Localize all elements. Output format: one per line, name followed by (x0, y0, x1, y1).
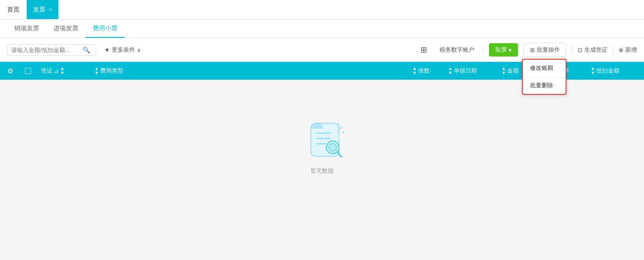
sub-tabs-bar: 销项发票 进项发票 费用小票 (0, 20, 644, 38)
invoice-tab[interactable]: 发票 × (27, 0, 58, 19)
chevron-down-icon: ▾ (509, 47, 512, 53)
batch-op-dropdown-container: ⊞ 批量操作 修改账期 批量删除 (523, 43, 567, 57)
amount-sort[interactable]: ▲▼ (501, 66, 506, 75)
generate-voucher-icon: ⊡ (578, 47, 583, 53)
count-sort[interactable]: ▲▼ (412, 66, 417, 75)
chevron-down-icon: ∨ (137, 47, 141, 53)
home-nav-item[interactable]: 首页 (0, 0, 27, 19)
batch-op-label: 批量操作 (537, 46, 560, 54)
qr-icon: ⊞ (420, 45, 427, 55)
th-expense-type[interactable]: ▲▼ 费用类型 (91, 66, 409, 75)
divider-3 (613, 45, 613, 54)
generate-voucher-button[interactable]: ⊡ 生成凭证 (578, 46, 607, 54)
search-icon[interactable]: 🔍 (82, 46, 90, 53)
empty-text: 暂无数据 (310, 167, 334, 175)
tax-account-button[interactable]: 税务数字账户 (436, 44, 478, 56)
tab-expense-ticket[interactable]: 费用小票 (86, 20, 125, 38)
svg-point-5 (329, 143, 337, 151)
divider-2 (572, 45, 572, 54)
th-deduct-amount[interactable]: ▲▼ 抵扣金额 (587, 66, 640, 75)
th-voucher[interactable]: 凭证 ⊿ ▲▼ (37, 66, 91, 75)
invoice-tab-close[interactable]: × (49, 7, 52, 13)
batch-op-button[interactable]: ⊞ 批量操作 (523, 43, 567, 57)
take-ticket-button[interactable]: 取票 ▾ (489, 43, 518, 57)
settings-icon[interactable]: ⚙ (7, 67, 13, 75)
take-ticket-label: 取票 (495, 46, 507, 54)
date-sort[interactable]: ▲▼ (448, 66, 452, 75)
search-input[interactable] (11, 47, 82, 53)
voucher-filter-icon: ⊿ (54, 68, 59, 74)
voucher-sort[interactable]: ▲▼ (60, 66, 65, 75)
th-date[interactable]: ▲▼ 单据日期 (444, 66, 498, 75)
filter-label: 更多条件 (112, 46, 135, 54)
batch-op-menu: 修改账期 批量删除 (522, 59, 567, 95)
toolbar-right: ⊞ 税务数字账户 取票 ▾ ⊞ 批量操作 修改账期 批量删除 (417, 43, 637, 57)
select-all-checkbox[interactable] (25, 68, 31, 74)
th-checkbox (21, 68, 37, 74)
tab-purchase-invoice[interactable]: 进项发票 (46, 20, 86, 38)
divider-1 (483, 45, 484, 54)
filter-icon: ▼ (104, 47, 110, 53)
svg-point-7 (339, 126, 342, 129)
add-button[interactable]: ⊕ 新增 (619, 46, 637, 54)
invoice-tab-label: 发票 (33, 6, 45, 14)
empty-state: 暂无数据 (0, 80, 644, 202)
menu-item-batch-delete[interactable]: 批量删除 (523, 77, 566, 94)
empty-illustration (300, 115, 344, 160)
menu-item-modify-period[interactable]: 修改账期 (523, 60, 566, 77)
svg-point-8 (342, 131, 344, 133)
expense-sort[interactable]: ▲▼ (94, 66, 99, 75)
qr-grid-button[interactable]: ⊞ (417, 43, 431, 57)
tab-sales-invoice[interactable]: 销项发票 (7, 20, 46, 38)
filter-button[interactable]: ▼ 更多条件 ∨ (101, 44, 145, 56)
deduct-amount-sort[interactable]: ▲▼ (591, 66, 595, 75)
tax-account-label: 税务数字账户 (440, 46, 474, 54)
add-icon: ⊕ (619, 47, 624, 53)
th-count[interactable]: ▲▼ 张数 (409, 66, 444, 75)
search-box[interactable]: 🔍 (7, 44, 96, 56)
empty-svg-icon (300, 115, 349, 164)
generate-voucher-label: 生成凭证 (584, 46, 607, 54)
add-label: 新增 (625, 46, 637, 54)
main-toolbar: 🔍 ▼ 更多条件 ∨ ⊞ 税务数字账户 取票 ▾ ⊞ 批量操作 (0, 38, 644, 62)
svg-point-9 (338, 123, 340, 125)
batch-op-icon: ⊞ (530, 47, 535, 53)
th-settings: ⚙ (4, 67, 21, 75)
